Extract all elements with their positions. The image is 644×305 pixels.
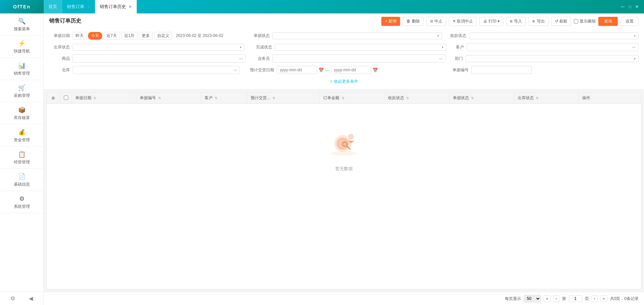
system-icon: ⚙ bbox=[19, 195, 25, 202]
goods-label: 商品 bbox=[49, 56, 73, 62]
sidebar-bottom: ⚙ ◀ bbox=[0, 292, 43, 305]
sidebar-item-sales[interactable]: 📊 销售管理 bbox=[0, 58, 43, 80]
pay-status-select[interactable]: ▾ bbox=[469, 32, 639, 39]
th-delivery: 预计交货... ⇅ bbox=[247, 92, 320, 104]
pay-status-label: 收款状态 bbox=[449, 33, 469, 39]
toolbar: + 新增 🗑 删除 ⊘ 中止 ✕ 取消中止 🖨 打印 ▾ ⊕ 导入 ⊕ 导出 ↺… bbox=[381, 17, 639, 26]
sidebar-item-operations[interactable]: 📋 经营管理 bbox=[0, 147, 43, 169]
dept-select[interactable]: ▾ bbox=[466, 55, 639, 62]
calendar-start-icon[interactable]: 📅 bbox=[318, 68, 324, 73]
settings-button[interactable]: 设置 bbox=[620, 17, 639, 26]
th-doc-status: 单据状态 ⇅ bbox=[449, 92, 514, 104]
search-button[interactable]: 查询 bbox=[598, 17, 618, 26]
main-layout: 🔍 搜索菜单 ⚡ 快捷导航 📊 销售管理 🛒 采购管理 📦 库存核算 💰 资金管… bbox=[0, 13, 644, 305]
sort-delivery-icon[interactable]: ⇅ bbox=[272, 96, 275, 100]
sidebar-item-finance[interactable]: 💰 资金管理 bbox=[0, 124, 43, 147]
basicinfo-icon: 📄 bbox=[18, 173, 26, 180]
print-button[interactable]: 🖨 打印 ▾ bbox=[479, 17, 503, 26]
date-btn-7days[interactable]: 近7天 bbox=[103, 32, 120, 40]
content-area: 销售订单历史 + 新增 🗑 删除 ⊘ 中止 ✕ 取消中止 🖨 打印 ▾ ⊕ 导入… bbox=[44, 13, 644, 305]
cancel-stop-button[interactable]: ✕ 取消中止 bbox=[449, 17, 477, 26]
filter-row-1: 单据日期 昨天 今天 近7天 近1月 更多 自定义 2023-06-02 至 2… bbox=[49, 32, 639, 40]
complete-label: 完成状态 bbox=[255, 44, 275, 50]
close-btn[interactable]: ✕ bbox=[635, 4, 639, 9]
tab-sales-order[interactable]: 销售订单 ✕ bbox=[62, 0, 95, 13]
th-amount: 订单金额 ⇅ bbox=[320, 92, 385, 104]
sort-docstatus-icon[interactable]: ⇅ bbox=[471, 96, 474, 100]
tab-home[interactable]: 首页 bbox=[44, 0, 62, 13]
filter-row-2: 出库状态 ▾ 完成状态 ▾ 客户 ··· bbox=[49, 43, 639, 51]
sidebar-item-quicknav[interactable]: ⚡ 快捷导航 bbox=[0, 36, 43, 58]
sidebar-settings-icon[interactable]: ⚙ bbox=[10, 295, 15, 302]
sidebar-collapse-icon[interactable]: ◀ bbox=[29, 295, 33, 302]
tab-sales-order-history[interactable]: 销售订单历史 ✕ bbox=[95, 0, 137, 13]
customer-label: 客户 bbox=[453, 44, 467, 50]
data-table: ⚙ 单据日期 ⇅ 单据编号 ⇅ bbox=[47, 92, 641, 195]
last-page-btn[interactable]: » bbox=[600, 295, 607, 302]
sort-docno-icon[interactable]: ⇅ bbox=[158, 96, 161, 100]
date-btn-1month[interactable]: 近1月 bbox=[121, 32, 138, 40]
sidebar-item-basicinfo[interactable]: 📄 基础信息 bbox=[0, 169, 43, 191]
maximize-btn[interactable]: □ bbox=[629, 4, 631, 9]
tab-sales-order-history-close[interactable]: ✕ bbox=[129, 5, 132, 9]
complete-select[interactable]: ▾ bbox=[275, 44, 447, 51]
new-button[interactable]: + 新增 bbox=[381, 17, 400, 26]
refresh-button[interactable]: ↺ 刷新 bbox=[551, 17, 571, 26]
dept-label: 部门 bbox=[452, 56, 466, 62]
warehouse-select[interactable]: ··· bbox=[73, 66, 240, 74]
prev-page-btn[interactable]: ‹ bbox=[553, 295, 559, 302]
gear-icon[interactable]: ⚙ bbox=[51, 96, 55, 101]
delivery-date-end[interactable] bbox=[331, 66, 371, 74]
export-button[interactable]: ⊕ 导出 bbox=[528, 17, 548, 26]
next-page-btn[interactable]: › bbox=[592, 295, 598, 302]
first-page-btn[interactable]: « bbox=[544, 295, 551, 302]
minimize-btn[interactable]: — bbox=[621, 4, 625, 9]
sort-outbound-icon[interactable]: ⇅ bbox=[536, 96, 539, 100]
stop-button[interactable]: ⊘ 中止 bbox=[426, 17, 446, 26]
delete-button[interactable]: 🗑 删除 bbox=[403, 17, 423, 26]
sales-icon: 📊 bbox=[18, 62, 26, 69]
operations-icon: 📋 bbox=[18, 151, 26, 158]
date-range-display: 2023-06-02 至 2023-06-02 bbox=[176, 33, 223, 39]
sort-amount-icon[interactable]: ⇅ bbox=[342, 96, 344, 100]
empty-text: 暂无数据 bbox=[335, 166, 353, 172]
goods-select[interactable]: ··· bbox=[73, 54, 246, 63]
th-pay-status: 收款状态 ⇅ bbox=[385, 92, 449, 104]
outbound-select[interactable]: ▾ bbox=[73, 44, 245, 51]
page-size-select[interactable]: 50 20 100 bbox=[524, 295, 541, 302]
window-controls: — □ ✕ bbox=[619, 4, 644, 9]
date-label: 单据日期 bbox=[49, 33, 73, 39]
salesman-select[interactable]: ··· bbox=[272, 54, 445, 63]
date-btn-more[interactable]: 更多 bbox=[139, 32, 153, 40]
sidebar-item-inventory[interactable]: 📦 库存核算 bbox=[0, 102, 43, 124]
finance-icon: 💰 bbox=[18, 128, 26, 136]
table-header-row: ⚙ 单据日期 ⇅ 单据编号 ⇅ bbox=[47, 92, 641, 104]
customer-select[interactable]: ··· bbox=[467, 43, 639, 51]
date-btn-custom[interactable]: 自定义 bbox=[154, 32, 172, 40]
select-all-checkbox[interactable] bbox=[64, 96, 68, 100]
display-columns-checkbox[interactable] bbox=[574, 19, 578, 24]
search-icon: 🔍 bbox=[18, 17, 26, 25]
date-btn-yesterday[interactable]: 昨天 bbox=[73, 32, 87, 40]
filter-section: 销售订单历史 + 新增 🗑 删除 ⊘ 中止 ✕ 取消中止 🖨 打印 ▾ ⊕ 导入… bbox=[44, 13, 644, 89]
page-number-input[interactable]: 1 bbox=[569, 295, 582, 302]
calendar-end-icon[interactable]: 📅 bbox=[373, 68, 378, 73]
import-button[interactable]: ⊕ 导入 bbox=[506, 17, 526, 26]
sort-paystatus-icon[interactable]: ⇅ bbox=[406, 96, 409, 100]
sidebar-item-system[interactable]: ⚙ 系统管理 bbox=[0, 191, 43, 213]
sidebar-item-purchase[interactable]: 🛒 采购管理 bbox=[0, 80, 43, 102]
collapse-filters-btn[interactable]: ∧ 收起更多条件 bbox=[49, 77, 639, 86]
doc-number-input[interactable] bbox=[471, 66, 532, 74]
date-btn-today[interactable]: 今天 bbox=[88, 32, 102, 40]
sidebar-item-search[interactable]: 🔍 搜索菜单 bbox=[0, 13, 43, 36]
sort-customer-icon[interactable]: ⇅ bbox=[215, 96, 217, 100]
status-select[interactable]: ▾ bbox=[272, 32, 442, 39]
tab-sales-order-close[interactable]: ✕ bbox=[87, 5, 90, 9]
total-records: 共0页，0条记录 bbox=[610, 296, 639, 302]
filter-row-3: 商品 ··· 业务员 ··· 部门 ▾ bbox=[49, 54, 639, 63]
th-customer: 客户 ⇅ bbox=[201, 92, 247, 104]
display-columns-toggle[interactable]: 显示碾细 bbox=[574, 18, 596, 24]
date-filter-value: 昨天 今天 近7天 近1月 更多 自定义 2023-06-02 至 2023-0… bbox=[73, 32, 242, 40]
delivery-date-start[interactable] bbox=[277, 66, 317, 74]
sort-date-icon[interactable]: ⇅ bbox=[93, 96, 96, 100]
